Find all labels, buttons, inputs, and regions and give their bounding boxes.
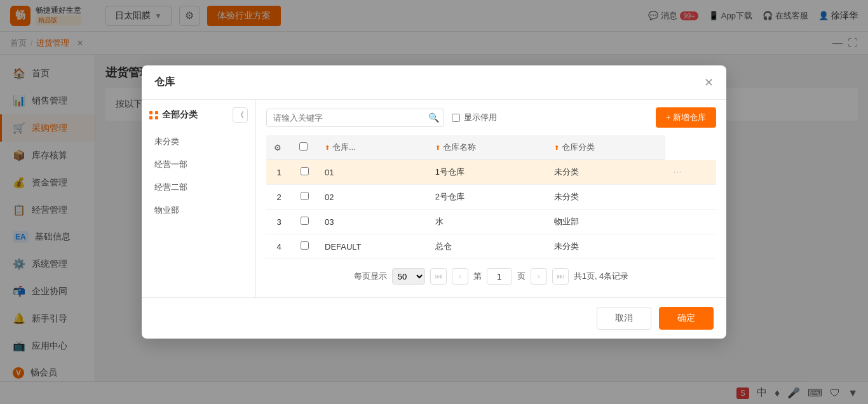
first-page-btn[interactable]: ⏮ [430,268,447,285]
td-code-1: 01 [317,160,428,185]
row-checkbox-1[interactable] [301,167,309,175]
row-checkbox-4[interactable] [301,241,309,250]
next-page-btn[interactable]: › [531,268,547,285]
modal-title: 仓库 [154,76,175,89]
show-disabled-text: 显示停用 [464,112,497,123]
row-actions-1[interactable]: ··· [673,166,681,177]
modal-overlay: 仓库 ✕ 全部分类 《 未分类 经营一部 经 [0,0,868,404]
page-unit: 页 [517,271,526,282]
td-name-2: 2号仓库 [428,185,546,210]
page-label: 第 [473,271,482,282]
sort-code-icon: ⬆ [325,144,330,151]
td-name-4: 总仓 [428,234,546,259]
pagination: 每页显示 50 20 100 ⏮ ‹ 第 页 › ⏭ 共1页, 4条记录 [266,259,716,290]
cat-item-dept1[interactable]: 经营一部 [142,153,255,176]
table-row[interactable]: 1 01 1号仓库 未分类 ··· [266,160,716,185]
th-check [292,135,317,160]
modal-header: 仓库 ✕ [142,65,726,100]
search-icon[interactable]: 🔍 [428,112,439,123]
last-page-btn[interactable]: ⏭ [552,268,569,285]
cat-item-uncategorized[interactable]: 未分类 [142,130,255,153]
page-input[interactable] [487,268,512,285]
td-cat-2: 未分类 [546,185,665,210]
per-page-select[interactable]: 50 20 100 [392,268,425,285]
cat-item-property[interactable]: 物业部 [142,199,255,222]
td-check-4[interactable] [292,234,317,259]
td-check-3[interactable] [292,210,317,234]
td-code-2: 02 [317,185,428,210]
row-checkbox-2[interactable] [301,192,309,200]
td-code-3: 03 [317,210,428,234]
td-cat-1: 未分类 [546,160,665,185]
td-check-1[interactable] [292,160,317,185]
show-disabled-label[interactable]: 显示停用 [452,112,497,123]
cancel-button[interactable]: 取消 [597,307,651,330]
all-category-label: 全部分类 [162,109,198,121]
td-num-3: 3 [266,210,292,234]
th-code: ⬆仓库... [317,135,428,160]
table-row[interactable]: 2 02 2号仓库 未分类 [266,185,716,210]
modal-search-bar: 🔍 显示停用 + 新增仓库 [266,107,716,128]
warehouse-modal: 仓库 ✕ 全部分类 《 未分类 经营一部 经 [142,65,726,339]
modal-right-panel: 🔍 显示停用 + 新增仓库 ⚙ [256,100,726,297]
show-disabled-checkbox[interactable] [452,114,460,122]
prev-page-btn[interactable]: ‹ [452,268,468,285]
table-header-row: ⚙ ⬆仓库... ⬆仓库名称 ⬆仓库分类 [266,135,716,160]
td-name-1: 1号仓库 [428,160,546,185]
category-title: 全部分类 [149,109,198,121]
collapse-icon[interactable]: 《 [233,107,248,123]
add-warehouse-button[interactable]: + 新增仓库 [656,107,716,128]
th-gear: ⚙ [266,135,292,160]
td-num-1: 1 [266,160,292,185]
td-cat-4: 未分类 [546,234,665,259]
sort-name-icon: ⬆ [435,144,440,151]
table-row[interactable]: 4 DEFAULT 总仓 未分类 [266,234,716,259]
modal-left-header: 全部分类 《 [142,107,255,130]
modal-body: 全部分类 《 未分类 经营一部 经营二部 物业部 🔍 [142,100,726,297]
confirm-button[interactable]: 确定 [659,307,714,330]
search-input[interactable] [266,109,444,127]
td-num-2: 2 [266,185,292,210]
cat-item-dept2[interactable]: 经营二部 [142,176,255,199]
td-check-2[interactable] [292,185,317,210]
td-name-3: 水 [428,210,546,234]
modal-left-panel: 全部分类 《 未分类 经营一部 经营二部 物业部 [142,100,256,297]
td-code-4: DEFAULT [317,234,428,259]
th-category: ⬆仓库分类 [546,135,665,160]
table-container: ⚙ ⬆仓库... ⬆仓库名称 ⬆仓库分类 1 01 [266,135,716,259]
page-summary: 共1页, 4条记录 [574,271,629,282]
modal-close-icon[interactable]: ✕ [704,77,714,88]
td-cat-3: 物业部 [546,210,665,234]
td-num-4: 4 [266,234,292,259]
search-wrap: 🔍 [266,109,444,127]
grid-icon [149,111,158,119]
sort-cat-icon: ⬆ [554,144,559,151]
select-all-checkbox[interactable] [299,142,308,151]
warehouse-table: ⚙ ⬆仓库... ⬆仓库名称 ⬆仓库分类 1 01 [266,135,716,259]
modal-footer: 取消 确定 [142,297,726,339]
row-checkbox-3[interactable] [301,217,309,225]
table-row[interactable]: 3 03 水 物业部 [266,210,716,234]
th-name: ⬆仓库名称 [428,135,546,160]
per-page-label: 每页显示 [354,271,387,282]
